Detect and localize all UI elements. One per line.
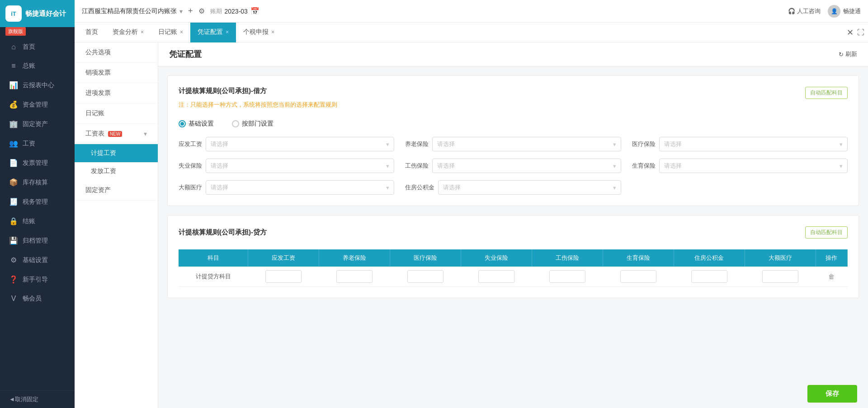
tab-voucher[interactable]: 凭证配置 × bbox=[190, 23, 236, 42]
add-tab-button[interactable]: + bbox=[188, 6, 193, 16]
input-shiye[interactable] bbox=[478, 270, 514, 283]
select-placeholder: 请选择 bbox=[664, 140, 682, 148]
period-value: 2023-03 bbox=[225, 8, 248, 15]
sidebar-item-closing[interactable]: 🔒 结账 bbox=[0, 211, 75, 231]
table-cell-yingfa bbox=[248, 267, 319, 287]
table-cell-yiliao bbox=[390, 267, 461, 287]
calendar-icon[interactable]: 📅 bbox=[250, 7, 259, 15]
sidebar-item-archive[interactable]: 💾 归档管理 bbox=[0, 231, 75, 250]
tab-tax-label: 个税申报 bbox=[243, 28, 269, 36]
sidebar-item-funds[interactable]: 💰 资金管理 bbox=[0, 95, 75, 114]
sidebar-item-label: 新手引导 bbox=[23, 276, 48, 284]
select-gongshang[interactable]: 请选择 ▾ bbox=[432, 159, 621, 173]
sidebar-item-label: 畅会员 bbox=[23, 295, 42, 303]
select-arrow-icon: ▾ bbox=[613, 141, 616, 148]
field-label-yanglao: 养老保险 bbox=[405, 140, 429, 148]
form-item-yiliao: 医疗保险 请选择 ▾ bbox=[632, 137, 848, 151]
sidebar-item-ledger[interactable]: ≡ 总账 bbox=[0, 56, 75, 75]
input-yiliao[interactable] bbox=[407, 270, 443, 283]
sidebar-item-label: 总账 bbox=[23, 62, 35, 70]
save-button[interactable]: 保存 bbox=[807, 385, 857, 403]
field-label-yiliao: 医疗保险 bbox=[632, 140, 656, 148]
tab-funds-close[interactable]: × bbox=[141, 29, 144, 35]
left-navigation: 公共选项 销项发票 进项发票 日记账 工资表 NEW ▾ 计提工资 bbox=[75, 42, 158, 408]
tab-home[interactable]: 首页 bbox=[78, 23, 105, 42]
credit-auto-match-button[interactable]: 自动匹配科目 bbox=[805, 226, 848, 239]
sidebar-item-label: 固定资产 bbox=[23, 120, 48, 128]
headset-icon: 🎧 bbox=[788, 8, 795, 14]
leftnav-item-public[interactable]: 公共选项 bbox=[75, 42, 158, 63]
sidebar-item-inventory[interactable]: 📦 库存核算 bbox=[0, 173, 75, 192]
credit-section: 计提核算规则(公司承担)-贷方 自动匹配科目 科目 应发工资 养老保险 医疗保险 bbox=[167, 215, 859, 298]
tab-tax[interactable]: 个税申报 × bbox=[236, 23, 282, 42]
home-icon: ⌂ bbox=[9, 43, 18, 51]
table-cell-gongjijin bbox=[674, 267, 745, 287]
select-daeyiliao[interactable]: 请选择 ▾ bbox=[206, 180, 394, 195]
sidebar-item-vip[interactable]: V 畅会员 bbox=[0, 289, 75, 308]
input-shengyu[interactable] bbox=[620, 270, 656, 283]
sidebar-item-home[interactable]: ⌂ 首页 bbox=[0, 38, 75, 56]
sidebar-item-tax[interactable]: 🧾 税务管理 bbox=[0, 192, 75, 211]
company-name: 江西服宝精品有限责任公司内账张 bbox=[82, 7, 177, 15]
leftnav-item-assets[interactable]: 固定资产 bbox=[75, 180, 158, 201]
leftnav-group-payroll[interactable]: 工资表 NEW ▾ bbox=[75, 124, 158, 144]
select-yiliao[interactable]: 请选择 ▾ bbox=[659, 137, 848, 151]
sidebar: iT 畅捷通好会计 旗舰版 ⌂ 首页 ≡ 总账 📊 云报表中心 💰 资金管理 🏢… bbox=[0, 0, 75, 408]
cancel-fixed-button[interactable]: ◄取消固定 bbox=[0, 390, 75, 408]
leftnav-label: 销项发票 bbox=[85, 69, 111, 76]
input-gongshang[interactable] bbox=[549, 270, 585, 283]
col-header-action: 操作 bbox=[816, 249, 847, 267]
select-gongjijin[interactable]: 请选择 ▾ bbox=[438, 180, 621, 195]
select-yingfa[interactable]: 请选择 ▾ bbox=[206, 137, 394, 151]
tab-voucher-close[interactable]: × bbox=[226, 29, 229, 35]
company-selector[interactable]: 江西服宝精品有限责任公司内账张 ▾ bbox=[82, 7, 183, 15]
form-item-shiye: 失业保险 请选择 ▾ bbox=[179, 159, 394, 173]
logo-text: 畅捷通好会计 bbox=[25, 9, 66, 18]
gear-button[interactable]: ⚙ bbox=[198, 7, 205, 15]
col-header-yanglao: 养老保险 bbox=[319, 249, 390, 267]
delete-row-button[interactable]: 🗑 bbox=[828, 273, 835, 280]
credit-table-section: 科目 应发工资 养老保险 医疗保险 失业保险 工伤保险 生育保险 住房公积金 大… bbox=[179, 249, 848, 287]
sidebar-item-assets[interactable]: 🏢 固定资产 bbox=[0, 114, 75, 134]
leftnav-sub-fafang[interactable]: 发放工资 bbox=[75, 162, 158, 180]
sidebar-item-invoice[interactable]: 📄 发票管理 bbox=[0, 153, 75, 173]
save-button-bar: 保存 bbox=[158, 380, 868, 408]
tab-journal[interactable]: 日记账 × bbox=[151, 23, 190, 42]
period-selector[interactable]: 账期 2023-03 📅 bbox=[210, 7, 259, 15]
sidebar-item-payroll[interactable]: 👥 工资 bbox=[0, 134, 75, 153]
leftnav-label: 公共选项 bbox=[85, 48, 111, 56]
sidebar-item-reports[interactable]: 📊 云报表中心 bbox=[0, 75, 75, 95]
tab-actions: ✕ ⛶ bbox=[847, 28, 864, 38]
select-shengyu[interactable]: 请选择 ▾ bbox=[659, 159, 848, 173]
input-gongjijin[interactable] bbox=[691, 270, 727, 283]
close-all-tabs-button[interactable]: ✕ bbox=[847, 28, 854, 38]
leftnav-label: 日记账 bbox=[85, 109, 104, 117]
funds-icon: 💰 bbox=[9, 100, 18, 109]
select-yanglao[interactable]: 请选择 ▾ bbox=[432, 137, 621, 151]
expand-button[interactable]: ⛶ bbox=[857, 28, 864, 37]
leftnav-label: 工资表 bbox=[85, 130, 104, 137]
service-button[interactable]: 🎧 人工咨询 bbox=[788, 7, 821, 15]
sidebar-item-settings[interactable]: ⚙ 基础设置 bbox=[0, 250, 75, 270]
select-placeholder: 请选择 bbox=[211, 140, 228, 148]
tab-journal-close[interactable]: × bbox=[180, 29, 183, 35]
radio-dept[interactable]: 按部门设置 bbox=[232, 120, 274, 128]
input-yingfa[interactable] bbox=[265, 270, 302, 283]
sidebar-item-label: 结账 bbox=[23, 217, 35, 225]
radio-basic[interactable]: 基础设置 bbox=[179, 120, 214, 128]
refresh-button[interactable]: ↻ 刷新 bbox=[839, 50, 857, 58]
input-daeyiliao[interactable] bbox=[762, 270, 798, 283]
leftnav-item-purchase[interactable]: 进项发票 bbox=[75, 83, 158, 103]
tab-journal-label: 日记账 bbox=[158, 28, 177, 36]
debit-auto-match-button[interactable]: 自动匹配科目 bbox=[805, 87, 848, 99]
sidebar-item-guide[interactable]: ❓ 新手引导 bbox=[0, 270, 75, 289]
leftnav-label: 进项发票 bbox=[85, 89, 111, 96]
select-shiye[interactable]: 请选择 ▾ bbox=[206, 159, 394, 173]
leftnav-sub-jiti[interactable]: 计提工资 bbox=[75, 144, 158, 162]
tab-tax-close[interactable]: × bbox=[271, 29, 274, 35]
user-menu[interactable]: 👤 畅捷通 bbox=[828, 5, 861, 18]
tab-funds[interactable]: 资金分析 × bbox=[105, 23, 151, 42]
leftnav-item-sales[interactable]: 销项发票 bbox=[75, 63, 158, 83]
input-yanglao[interactable] bbox=[336, 270, 373, 283]
leftnav-item-journal[interactable]: 日记账 bbox=[75, 103, 158, 124]
